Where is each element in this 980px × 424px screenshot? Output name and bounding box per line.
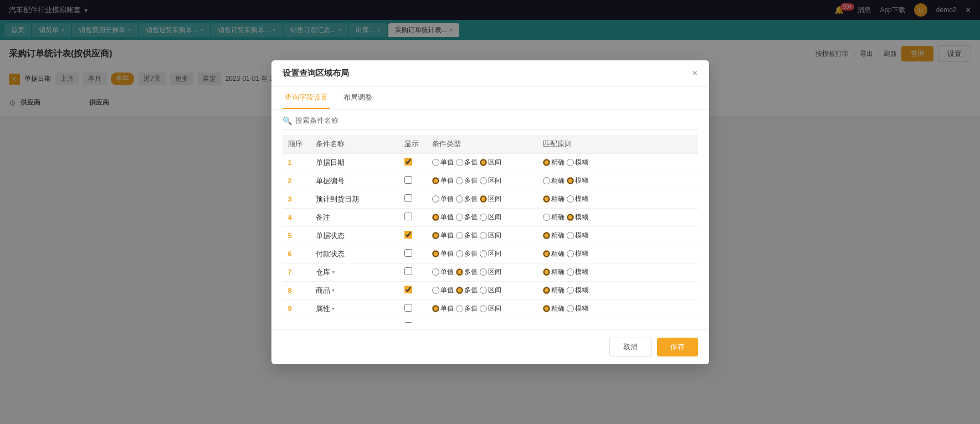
modal-overlay: 设置查询区域布局 × 查询字段设置 布局调整 🔍 顺序 条件名称 (0, 0, 980, 116)
modal-tab-query-fields[interactable]: 查询字段设置 (283, 87, 330, 109)
modal-tabs: 查询字段设置 布局调整 (271, 87, 709, 110)
modal-header: 设置查询区域布局 × (271, 60, 709, 87)
modal-tab-layout[interactable]: 布局调整 (341, 87, 374, 109)
modal-title: 设置查询区域布局 (283, 68, 349, 79)
modal-close-button[interactable]: × (692, 68, 698, 78)
modal-body: 🔍 顺序 条件名称 显示 条件类型 匹配原则 (271, 110, 709, 116)
modal-dialog: 设置查询区域布局 × 查询字段设置 布局调整 🔍 顺序 条件名称 (271, 60, 709, 116)
